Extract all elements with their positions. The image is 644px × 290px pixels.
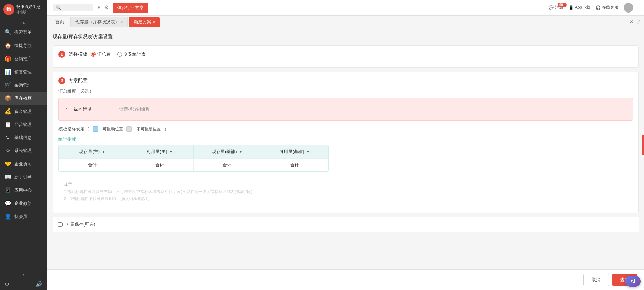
- topbar: 🔍 ▼ ⚙ 体验行业方案 💬 消息 99+ 📱 App下载 🎧 在线客服: [47, 0, 644, 16]
- tab-inventory[interactable]: 现存量（库存状况表） ×: [70, 17, 128, 27]
- sidebar-item-basic[interactable]: 🗂 基础信息: [0, 131, 47, 144]
- tab-new-plan[interactable]: 新建方案 ×: [129, 17, 159, 27]
- col-header-3[interactable]: 可用量(基辅) ▼: [261, 145, 329, 158]
- online-service-label: 在线客服: [602, 5, 618, 10]
- sound-icon[interactable]: 🔊: [36, 281, 43, 287]
- inventory-tab-label: 现存量（库存状况表）: [75, 19, 119, 25]
- right-scroll-indicator: [642, 135, 644, 155]
- tab-home[interactable]: 首页: [51, 17, 69, 27]
- message-button[interactable]: 💬 消息 99+: [549, 5, 563, 10]
- info-icon: 🗂: [5, 135, 11, 141]
- online-service-button[interactable]: 🎧 在线客服: [596, 5, 618, 10]
- dim-separator: ——: [101, 107, 110, 112]
- step2-section: 2 方案配置 汇总维度（必选） * 纵向维度 —— 请选择分组维度 模板指标设定…: [53, 72, 639, 213]
- sidebar-item-marketing[interactable]: 🎁 营销推广: [0, 52, 47, 65]
- user-icon: 👤: [5, 213, 11, 220]
- step1-section: 1 选择模板 汇总表 交叉统计表: [53, 45, 639, 68]
- sidebar-scroll-down[interactable]: ▼: [0, 271, 47, 278]
- indicator-settings-text: 模板指标设定（: [58, 126, 89, 132]
- sidebar-label-inventory: 库存核算: [14, 95, 32, 101]
- sidebar-item-wechat[interactable]: 💬 企业微信: [0, 197, 47, 210]
- sidebar-item-inventory[interactable]: 📦 库存核算: [0, 92, 47, 105]
- app-download-button[interactable]: 📱 App下载: [569, 5, 590, 10]
- col-chevron-3[interactable]: ▼: [306, 150, 310, 154]
- stats-table-row-0: 合计 合计 合计 合计: [59, 158, 328, 171]
- radio-summary-label: 汇总表: [97, 51, 110, 57]
- sidebar-item-finance[interactable]: 💰 资金管理: [0, 105, 47, 118]
- tips-item-1: 2. 点击标题栏下拉可设置排序、插入列和删除列: [64, 196, 627, 202]
- step1-header: 1 选择模板 汇总表 交叉统计表: [58, 51, 633, 58]
- step2-title: 方案配置: [69, 78, 88, 84]
- dim-placeholder: 请选择分组维度: [119, 106, 150, 112]
- mobile-icon: 📱: [5, 187, 11, 193]
- sidebar-bottom: ⚙ 🔊: [0, 278, 47, 290]
- new-plan-tab-label: 新建方案: [134, 19, 151, 25]
- close-tab-button[interactable]: ✕: [629, 19, 634, 25]
- page-title: 现存量(库存状况表)方案设置: [53, 34, 639, 40]
- system-icon: ⚙: [5, 147, 11, 154]
- chat-icon: 💬: [5, 200, 11, 207]
- ai-button[interactable]: Ai: [625, 276, 641, 287]
- sidebar-item-app-center[interactable]: 📱 应用中心: [0, 184, 47, 197]
- dim-section-label: 汇总维度（必选）: [58, 88, 633, 94]
- sidebar-item-sales[interactable]: 📊 销售管理: [0, 65, 47, 78]
- tab-actions: ✕ ⤢: [629, 19, 641, 25]
- expand-tab-button[interactable]: ⤢: [636, 19, 641, 25]
- col-chevron-2[interactable]: ▼: [239, 150, 243, 154]
- col-chevron-1[interactable]: ▼: [169, 150, 173, 154]
- col-header-0[interactable]: 现存量(主) ▼: [59, 145, 126, 158]
- dropdown-icon[interactable]: ▼: [97, 5, 101, 10]
- save-label: 方案保存(可选): [66, 221, 95, 227]
- clipboard-icon: 📋: [5, 121, 11, 128]
- col-chevron-0[interactable]: ▼: [102, 150, 105, 154]
- sidebar-label-member: 畅会员: [14, 214, 27, 220]
- sidebar-label-basic: 基础信息: [14, 135, 32, 141]
- search-input[interactable]: [63, 5, 90, 10]
- tips-title: 提示：: [64, 181, 627, 187]
- tabs-bar: 首页 现存量（库存状况表） × 新建方案 × ✕ ⤢: [47, 16, 644, 28]
- cancel-button[interactable]: 取消: [583, 274, 609, 286]
- sidebar-item-enterprise[interactable]: 🤝 企业协同: [0, 157, 47, 170]
- step2-number: 2: [58, 77, 65, 84]
- col-label-3: 可用量(基辅): [279, 149, 304, 155]
- sidebar-label-search: 搜索菜单: [14, 29, 32, 35]
- sidebar-item-search[interactable]: 🔍 搜索菜单: [0, 26, 47, 39]
- try-industry-button[interactable]: 体验行业方案: [113, 3, 148, 13]
- sidebar-item-purchase[interactable]: 🛒 采购管理: [0, 78, 47, 92]
- sidebar-label-wechat: 企业微信: [14, 200, 32, 207]
- book-icon: 📖: [5, 174, 11, 180]
- bottom-action-bar: 取消 查询: [47, 269, 644, 290]
- radio-summary[interactable]: 汇总表: [91, 51, 110, 57]
- logo-text-block: 畅康通好生意 标准版: [16, 4, 41, 15]
- cart-icon: 🛒: [5, 82, 11, 88]
- save-checkbox[interactable]: [58, 222, 63, 227]
- radio-summary-input[interactable]: [91, 52, 96, 57]
- user-avatar[interactable]: [624, 3, 633, 13]
- required-mark: *: [66, 107, 67, 112]
- radio-cross[interactable]: 交叉统计表: [117, 51, 146, 57]
- money-icon: 💰: [5, 108, 11, 115]
- col-header-1[interactable]: 可用量(主) ▼: [126, 145, 194, 158]
- stats-table-header: 现存量(主) ▼ 可用量(主) ▼ 现存量(基辅) ▼ 可用量(基辅) ▼: [59, 145, 328, 158]
- sidebar-item-operation[interactable]: 📋 经营管理: [0, 118, 47, 131]
- radio-cross-input[interactable]: [117, 52, 122, 57]
- draggable-label: 可拖动位置: [103, 126, 123, 132]
- sidebar-scroll-up[interactable]: ▲: [0, 19, 47, 26]
- new-plan-tab-close[interactable]: ×: [153, 20, 155, 24]
- message-badge: 99+: [558, 3, 567, 7]
- indicator-settings-close: ）: [164, 126, 169, 132]
- sidebar-item-newbie[interactable]: 📖 新手引导: [0, 170, 47, 184]
- search-icon-small: 🔍: [56, 5, 61, 10]
- sidebar-item-quick-nav[interactable]: 🏠 快捷导航: [0, 39, 47, 52]
- inventory-tab-close[interactable]: ×: [121, 20, 123, 24]
- tips-item-0: 1.拖动标题栏可以调整布局，不可跨维度或指标区域拖动栏目字段(只能在同一维度或指…: [64, 189, 627, 195]
- settings-icon[interactable]: ⚙: [5, 281, 9, 287]
- dimension-area[interactable]: * 纵向维度 —— 请选择分组维度: [58, 98, 633, 121]
- col-header-2[interactable]: 现存量(基辅) ▼: [194, 145, 261, 158]
- sidebar-label-purchase: 采购管理: [14, 82, 32, 88]
- sidebar-item-system[interactable]: ⚙ 系统管理: [0, 144, 47, 157]
- phone-icon: 📱: [569, 5, 574, 10]
- sidebar-item-member[interactable]: 👤 畅会员: [0, 210, 47, 223]
- col-label-0: 现存量(主): [79, 149, 100, 155]
- gear-icon[interactable]: ⚙: [104, 4, 109, 11]
